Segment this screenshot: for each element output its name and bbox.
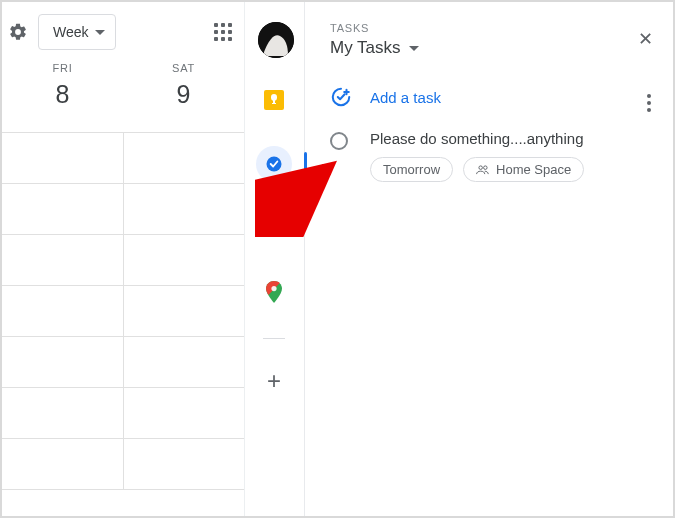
svg-point-3 bbox=[271, 223, 276, 228]
date-chip-label: Tomorrow bbox=[383, 162, 440, 177]
rail-divider bbox=[263, 338, 285, 339]
task-list-selector[interactable]: My Tasks bbox=[330, 38, 655, 58]
apps-grid-icon[interactable] bbox=[214, 23, 232, 41]
tasks-app-icon[interactable] bbox=[256, 146, 292, 182]
add-task-icon bbox=[330, 86, 352, 108]
view-selector-button[interactable]: Week bbox=[38, 14, 116, 50]
svg-point-4 bbox=[271, 286, 276, 291]
svg-point-5 bbox=[479, 165, 483, 169]
divider bbox=[244, 2, 245, 516]
chevron-down-icon bbox=[409, 46, 419, 51]
people-icon bbox=[476, 165, 490, 175]
svg-point-1 bbox=[267, 157, 282, 172]
add-app-icon[interactable]: + bbox=[267, 367, 281, 395]
date-chip[interactable]: Tomorrow bbox=[370, 157, 453, 182]
keep-app-icon[interactable] bbox=[256, 82, 292, 118]
calendar-grid[interactable] bbox=[2, 132, 244, 490]
maps-app-icon[interactable] bbox=[256, 274, 292, 310]
svg-point-6 bbox=[484, 165, 488, 169]
task-list-name: My Tasks bbox=[330, 38, 401, 58]
day-header-row: FRI 8 SAT 9 bbox=[2, 62, 244, 132]
more-options-icon[interactable] bbox=[647, 94, 651, 112]
side-rail: + bbox=[244, 2, 304, 516]
task-title: Please do something....anything bbox=[370, 130, 655, 147]
task-checkbox[interactable] bbox=[330, 132, 348, 150]
calendar-toolbar: Week bbox=[2, 2, 244, 62]
task-chips: Tomorrow Home Space bbox=[370, 157, 655, 182]
contacts-app-icon[interactable] bbox=[256, 210, 292, 246]
add-task-button[interactable]: Add a task bbox=[330, 86, 655, 108]
account-avatar[interactable] bbox=[258, 22, 294, 58]
day-number: 8 bbox=[2, 80, 123, 109]
add-task-label: Add a task bbox=[370, 89, 441, 106]
day-abbr: SAT bbox=[123, 62, 244, 74]
tasks-panel: TASKS My Tasks ✕ Add a task Please do so… bbox=[304, 2, 673, 516]
day-column-sat[interactable]: SAT 9 bbox=[123, 62, 244, 132]
day-abbr: FRI bbox=[2, 62, 123, 74]
day-number: 9 bbox=[123, 80, 244, 109]
settings-icon[interactable] bbox=[8, 22, 28, 42]
calendar-column: Week FRI 8 SAT 9 bbox=[2, 2, 244, 516]
close-icon[interactable]: ✕ bbox=[638, 28, 653, 50]
space-chip-label: Home Space bbox=[496, 162, 571, 177]
active-indicator bbox=[304, 152, 307, 192]
chevron-down-icon bbox=[95, 30, 105, 35]
panel-section-label: TASKS bbox=[330, 22, 655, 34]
task-item[interactable]: Please do something....anything Tomorrow… bbox=[330, 130, 655, 182]
day-column-fri[interactable]: FRI 8 bbox=[2, 62, 123, 132]
space-chip[interactable]: Home Space bbox=[463, 157, 584, 182]
view-selector-label: Week bbox=[53, 24, 89, 40]
